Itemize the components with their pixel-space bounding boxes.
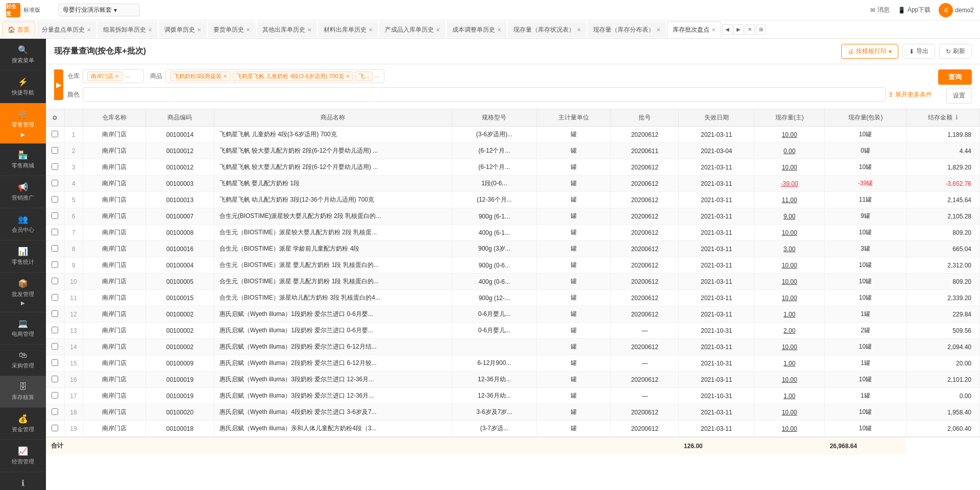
row-checkbox[interactable] xyxy=(46,159,64,176)
row-checkbox[interactable] xyxy=(46,339,64,355)
row-checkbox[interactable] xyxy=(46,241,64,257)
row-checkbox[interactable] xyxy=(46,372,64,388)
row-stock-main[interactable]: 2.00 xyxy=(754,323,825,339)
tab-close-xl2[interactable]: ✕ xyxy=(656,27,660,33)
org-selector[interactable]: 母婴行业演示账套 ▾ xyxy=(58,4,140,16)
sidebar-item-base[interactable]: ℹ 基础信息 xyxy=(0,472,46,490)
tab-fenpan[interactable]: 分量盘点单历史 ✕ xyxy=(36,21,96,38)
message-button[interactable]: ✉ 消息 xyxy=(870,6,890,14)
tab-xianzailiang1[interactable]: 现存量（库存状况表） ✕ xyxy=(508,21,586,38)
row-checkbox[interactable] xyxy=(46,388,64,404)
tab-close-yaohuo[interactable]: ✕ xyxy=(246,27,250,33)
sidebar-item-ops[interactable]: 📈 经营管理 xyxy=(0,440,46,472)
tab-next-button[interactable]: ▶ xyxy=(733,24,744,35)
tab-chanpin[interactable]: 产成品入库单历史 ✕ xyxy=(379,21,446,38)
sidebar-item-finance[interactable]: 💰 资金管理 xyxy=(0,408,46,440)
tab-tiaopi[interactable]: 调拨单历史 ✕ xyxy=(159,21,207,38)
tab-close-fenpan[interactable]: ✕ xyxy=(87,27,91,33)
row-stock-main[interactable]: 3.00 xyxy=(754,241,825,257)
sidebar-item-shop[interactable]: 🏪 零售商城 xyxy=(0,144,46,176)
tab-close-chengben[interactable]: ✕ xyxy=(497,27,501,33)
tab-close-chanpin[interactable]: ✕ xyxy=(436,27,440,33)
settings-icon[interactable]: ⚙ xyxy=(52,114,58,121)
row-stock-main[interactable]: 10.00 xyxy=(754,257,825,274)
user-profile[interactable]: d demo2 xyxy=(939,3,974,17)
warehouse-more[interactable]: ··· xyxy=(125,73,130,80)
col-settings[interactable]: ⚙ xyxy=(46,109,64,127)
tab-close-zuhe[interactable]: ✕ xyxy=(148,27,152,33)
row-stock-main[interactable]: 10.00 xyxy=(754,404,825,421)
tab-close-xl1[interactable]: ✕ xyxy=(577,27,581,33)
tab-close-kucu[interactable]: ✕ xyxy=(712,27,716,33)
tab-close-tiaopi[interactable]: ✕ xyxy=(197,27,201,33)
row-stock-main[interactable]: 9.00 xyxy=(754,208,825,225)
tab-chengben[interactable]: 成本调整单历史 ✕ xyxy=(447,21,507,38)
query-button[interactable]: 查询 xyxy=(938,69,972,85)
row-checkbox[interactable] xyxy=(46,290,64,306)
sidebar-item-inventory[interactable]: 🗄 库存核算 xyxy=(0,376,46,408)
tab-close-all-button[interactable]: ✕ xyxy=(745,24,755,35)
row-stock-main[interactable]: 10.00 xyxy=(754,127,825,143)
row-checkbox[interactable] xyxy=(46,323,64,339)
tab-zuhe[interactable]: 组装拆卸单历史 ✕ xyxy=(97,21,158,38)
info-icon[interactable]: ℹ xyxy=(955,114,958,121)
row-checkbox[interactable] xyxy=(46,355,64,372)
sidebar-item-marketing[interactable]: 📢 营销推广 xyxy=(0,176,46,208)
row-checkbox[interactable] xyxy=(46,306,64,323)
app-download-button[interactable]: 📱 App下载 xyxy=(898,6,930,14)
row-stock-main[interactable]: 10.00 xyxy=(754,339,825,355)
tab-close-cailiao[interactable]: ✕ xyxy=(369,27,373,33)
product-tag-container[interactable]: 飞鹤奶粉3段两提装 ✕ 飞鹤星飞帆 儿童奶粉 4段(3-6岁适用) 700克 ✕ xyxy=(165,69,384,83)
tab-qita[interactable]: 其他出库单历史 ✕ xyxy=(257,21,317,38)
row-stock-main[interactable]: 1.00 xyxy=(754,355,825,372)
row-checkbox[interactable] xyxy=(46,143,64,159)
tab-xianzailiang2[interactable]: 现存量（库存分布表） ✕ xyxy=(587,21,666,38)
product-more[interactable]: ··· xyxy=(375,73,380,80)
sidebar-item-search[interactable]: 🔍 搜索菜单 xyxy=(0,39,46,71)
warehouse-tag-container[interactable]: 南岸门店 ✕ ··· xyxy=(83,69,144,83)
sidebar-item-quick[interactable]: ⚡ 快捷导航 xyxy=(0,71,46,103)
sidebar-item-ecom[interactable]: 💻 电商管理 xyxy=(0,312,46,345)
expand-more-button[interactable]: ⊻ 展开更多条件 xyxy=(889,90,932,99)
expand-filter-button[interactable]: ▶ xyxy=(54,69,63,100)
sidebar-item-member[interactable]: 👥 会员中心 xyxy=(0,208,46,240)
row-stock-main[interactable]: 10.00 xyxy=(754,159,825,176)
tab-prev-button[interactable]: ◀ xyxy=(722,24,732,35)
sidebar-item-stats[interactable]: 📊 零售统计 xyxy=(0,240,46,273)
row-stock-main[interactable]: 1.00 xyxy=(754,388,825,404)
row-stock-main[interactable]: 0.00 xyxy=(754,143,825,159)
row-checkbox[interactable] xyxy=(46,257,64,274)
row-checkbox[interactable] xyxy=(46,274,64,290)
settings-button[interactable]: 设置 xyxy=(946,88,972,104)
row-stock-main[interactable]: 10.00 xyxy=(754,225,825,241)
row-stock-main[interactable]: -39.00 xyxy=(754,176,825,192)
refresh-button[interactable]: ↻ 刷新 xyxy=(939,44,972,59)
row-stock-main[interactable]: 11.00 xyxy=(754,192,825,208)
row-stock-main[interactable]: 10.00 xyxy=(754,372,825,388)
tab-home[interactable]: 🏠 首页 xyxy=(2,21,35,38)
row-checkbox[interactable] xyxy=(46,421,64,437)
tab-close-qita[interactable]: ✕ xyxy=(307,27,311,33)
product-tag-1-close[interactable]: ✕ xyxy=(223,74,227,79)
row-stock-main[interactable]: 1.00 xyxy=(754,306,825,323)
sidebar-item-purchase[interactable]: 🛍 采购管理 xyxy=(0,345,46,376)
row-checkbox[interactable] xyxy=(46,208,64,225)
color-tag-container[interactable] xyxy=(83,87,886,102)
warehouse-tag-close[interactable]: ✕ xyxy=(115,74,119,79)
export-button[interactable]: ⬇ 导出 xyxy=(902,44,935,59)
product-tag-2-close[interactable]: ✕ xyxy=(346,74,350,79)
row-checkbox[interactable] xyxy=(46,225,64,241)
sidebar-item-batch[interactable]: 📦 批发管理 ▶ xyxy=(0,273,46,312)
tab-kucu[interactable]: 库存批次盘点 ✕ xyxy=(667,21,721,38)
tab-cailiao[interactable]: 材料出库单历史 ✕ xyxy=(318,21,378,38)
tab-yaohuo[interactable]: 要货单历史 ✕ xyxy=(208,21,256,38)
row-checkbox[interactable] xyxy=(46,192,64,208)
tab-menu-button[interactable]: ⊞ xyxy=(756,24,766,35)
print-button[interactable]: 🖨 按模板打印 ▾ xyxy=(841,44,898,59)
row-checkbox[interactable] xyxy=(46,404,64,421)
sidebar-item-retail[interactable]: 🛒 零售管理 ▶ xyxy=(0,103,46,144)
row-stock-main[interactable]: 10.00 xyxy=(754,290,825,306)
row-stock-main[interactable]: 10.00 xyxy=(754,421,825,437)
row-checkbox[interactable] xyxy=(46,176,64,192)
row-checkbox[interactable] xyxy=(46,127,64,143)
